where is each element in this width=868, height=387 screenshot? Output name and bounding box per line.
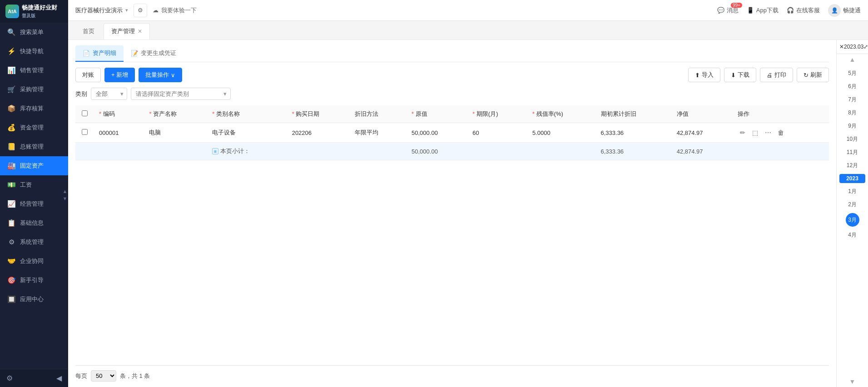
edit-icon[interactable]: ✏ xyxy=(738,128,748,138)
toolbar-left: 对账 + 新增 批量操作 ∨ xyxy=(75,68,182,82)
settings-icon[interactable]: ⚙ xyxy=(6,374,13,382)
timeline-up-button[interactable]: ▲ xyxy=(849,56,856,63)
timeline-down-button[interactable]: ▼ xyxy=(849,378,856,385)
timeline-month-6[interactable]: 6月 xyxy=(837,80,868,93)
topbar-settings-button[interactable]: ⚙ xyxy=(134,4,147,17)
basic-info-icon: 📋 xyxy=(7,219,15,227)
app-download-button[interactable]: 📱 App下载 xyxy=(747,6,779,15)
import-label: 导入 xyxy=(702,71,714,79)
sidebar-item-funds[interactable]: 💰 资金管理 xyxy=(0,118,68,137)
sidebar-item-quick-nav[interactable]: ⚡ 快捷导航 xyxy=(0,42,68,61)
sidebar-item-apps[interactable]: 🔲 应用中心 xyxy=(0,290,68,309)
timeline-close-icon[interactable]: ✕ xyxy=(839,44,844,50)
sidebar-item-purchase[interactable]: 🛒 采购管理 xyxy=(0,80,68,99)
timeline-month-8[interactable]: 8月 xyxy=(837,106,868,119)
toolbar: 对账 + 新增 批量操作 ∨ ⬆ 导入 ⬇ xyxy=(75,68,829,82)
select-all-checkbox[interactable] xyxy=(82,110,88,116)
toolbar-right: ⬆ 导入 ⬇ 下载 🖨 打印 ↻ 刷新 xyxy=(688,68,829,82)
sales-icon: 📊 xyxy=(7,66,15,74)
per-page-select[interactable]: 50 10 20 100 xyxy=(91,370,116,382)
subtab-change-voucher[interactable]: 📝 变更生成凭证 xyxy=(124,45,184,62)
category-label: 类别 xyxy=(75,90,87,98)
sidebar-nav: 🔍 搜索菜单 ⚡ 快捷导航 📊 销售管理 🛒 采购管理 📦 库存核算 💰 资金管… xyxy=(0,23,68,369)
message-badge: 99+ xyxy=(731,3,742,8)
timeline-year-label[interactable]: 2023 xyxy=(839,174,865,183)
op-icons: ✏ ⬚ ⋯ 🗑 xyxy=(738,128,823,138)
more-icon[interactable]: ⋯ xyxy=(763,128,773,138)
timeline-current-month[interactable]: 3月 xyxy=(846,213,859,227)
th-original-value: 原值 xyxy=(406,105,467,123)
timeline-month-10[interactable]: 10月 xyxy=(837,133,868,146)
apps-icon: 🔲 xyxy=(7,295,15,303)
sidebar-item-fixed-assets[interactable]: 🏭 固定资产 xyxy=(0,156,68,175)
experience-button[interactable]: ☁ 我要体验一下 xyxy=(153,6,197,15)
timeline-expand-icon[interactable]: ⤢ xyxy=(863,44,868,50)
import-button[interactable]: ⬆ 导入 xyxy=(688,68,720,82)
category-input-wrap[interactable]: ▾ xyxy=(131,88,231,100)
duizhang-button[interactable]: 对账 xyxy=(75,68,101,82)
payroll-icon: 💵 xyxy=(7,181,15,189)
copy-icon[interactable]: ⬚ xyxy=(750,128,760,138)
category-input[interactable] xyxy=(131,88,230,99)
table-header-row: 编码 资产名称 类别名称 购买日期 折旧方法 原值 期限(月) 残值率(%) 期… xyxy=(75,105,829,123)
sidebar-item-sales[interactable]: 📊 销售管理 xyxy=(0,61,68,80)
timeline-header: ✕ 2023.03 ⤢ xyxy=(837,40,868,54)
change-voucher-icon: 📝 xyxy=(131,50,138,57)
online-service-button[interactable]: 🎧 在线客服 xyxy=(787,6,820,15)
timeline-month-2[interactable]: 2月 xyxy=(837,198,868,211)
sidebar-item-system[interactable]: ⚙ 系统管理 xyxy=(0,233,68,252)
new-button[interactable]: + 新增 xyxy=(104,68,135,82)
sidebar-item-inventory[interactable]: 📦 库存核算 xyxy=(0,99,68,118)
refresh-button[interactable]: ↻ 刷新 xyxy=(797,68,829,82)
timeline-month-4[interactable]: 4月 xyxy=(837,228,868,242)
tab-home[interactable]: 首页 xyxy=(75,23,102,40)
category-select[interactable]: 全部 xyxy=(91,88,127,100)
batch-button[interactable]: 批量操作 ∨ xyxy=(139,68,182,82)
sidebar-item-ledger[interactable]: 📒 总账管理 xyxy=(0,137,68,156)
timeline-month-11[interactable]: 11月 xyxy=(837,146,868,159)
user-avatar-area[interactable]: 👤 畅捷通 xyxy=(828,4,861,17)
inventory-icon: 📦 xyxy=(7,104,15,113)
sidebar-item-basic-info[interactable]: 📋 基础信息 xyxy=(0,213,68,233)
tab-close-icon[interactable]: ✕ xyxy=(138,28,142,35)
avatar: 👤 xyxy=(828,4,841,17)
search-icon: 🔍 xyxy=(7,28,15,36)
sidebar-item-enterprise[interactable]: 🤝 企业协同 xyxy=(0,252,68,271)
system-icon: ⚙ xyxy=(7,238,15,246)
main-panel: 📄 资产明细 📝 变更生成凭证 对账 + 新增 xyxy=(68,40,836,387)
sidebar-item-label-system: 系统管理 xyxy=(20,238,44,246)
sidebar-item-payroll[interactable]: 💵 工资 xyxy=(0,175,68,194)
timeline-month-12[interactable]: 12月 xyxy=(837,159,868,172)
timeline-month-5[interactable]: 5月 xyxy=(837,67,868,80)
tabbar: 首页 资产管理 ✕ xyxy=(68,21,868,40)
timeline-month-1[interactable]: 1月 xyxy=(837,185,868,198)
download-button[interactable]: ⬇ 下载 xyxy=(724,68,756,82)
print-button[interactable]: 🖨 打印 xyxy=(760,68,793,82)
cell-net-value: 42,874.97 xyxy=(671,123,732,143)
timeline-month-9[interactable]: 9月 xyxy=(837,119,868,133)
message-button[interactable]: 💬 消息 99+ xyxy=(717,6,739,15)
subtab-asset-detail[interactable]: 📄 资产明细 xyxy=(75,45,124,62)
download-icon: ⬇ xyxy=(731,72,736,79)
tab-home-label: 首页 xyxy=(83,27,94,35)
batch-label: 批量操作 xyxy=(145,71,169,79)
delete-icon[interactable]: 🗑 xyxy=(776,128,786,138)
cell-original-value: 50,000.00 xyxy=(406,123,467,143)
table-row: 000001 电脑 电子设备 202206 年限平均 50,000.00 60 … xyxy=(75,123,829,143)
collapse-icon[interactable]: ◀ xyxy=(56,374,62,382)
sidebar-item-operations[interactable]: 📈 经营管理 xyxy=(0,194,68,213)
sidebar-scroll-down[interactable]: ▼ xyxy=(63,196,68,201)
cell-term: 60 xyxy=(467,123,527,143)
guide-icon: 🎯 xyxy=(7,276,15,284)
sidebar-item-search[interactable]: 🔍 搜索菜单 xyxy=(0,23,68,42)
sidebar-scroll-up[interactable]: ▲ xyxy=(63,189,68,194)
subtotal-original-value: 50,000.00 xyxy=(406,143,467,160)
timeline-month-7[interactable]: 7月 xyxy=(837,93,868,106)
th-checkbox xyxy=(75,105,94,123)
filter-row: 类别 全部 ▾ xyxy=(75,88,829,100)
row-checkbox[interactable] xyxy=(82,129,88,135)
company-selector[interactable]: 医疗器械行业演示 ▾ xyxy=(75,6,128,15)
sidebar-item-label-inventory: 库存核算 xyxy=(20,104,44,113)
tab-asset-mgmt[interactable]: 资产管理 ✕ xyxy=(104,23,150,40)
sidebar-item-guide[interactable]: 🎯 新手引导 xyxy=(0,271,68,290)
